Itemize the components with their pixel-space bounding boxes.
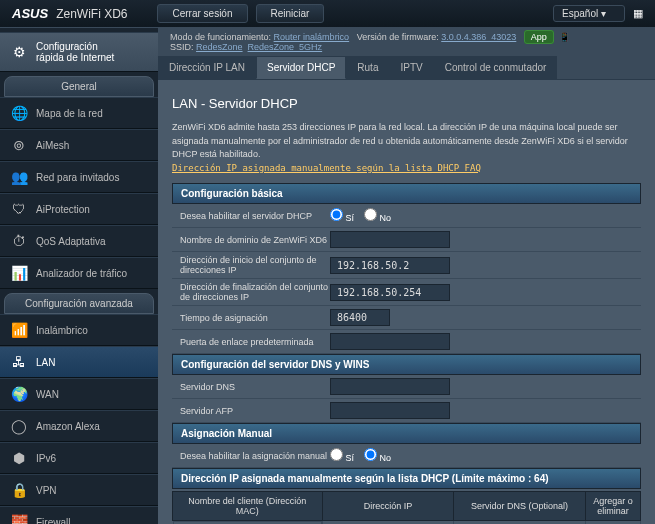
section-manual: Asignación Manual: [172, 423, 641, 444]
speedometer-icon: ⏱: [10, 232, 28, 250]
sidebar-item-aimesh[interactable]: ⊚AiMesh: [0, 129, 158, 161]
label-dns: Servidor DNS: [180, 382, 330, 392]
label-enable-dhcp: Desea habilitar el servidor DHCP: [180, 211, 330, 221]
panel-desc: ZenWiFi XD6 admite hasta 253 direcciones…: [172, 121, 641, 175]
sidebar-item-qos[interactable]: ⏱QoS Adaptativa: [0, 225, 158, 257]
ssid1-link[interactable]: RedesZone: [196, 42, 243, 52]
input-pool-end[interactable]: [330, 284, 450, 301]
input-gateway[interactable]: [330, 333, 450, 350]
mobile-icon: 📱: [556, 32, 570, 42]
ssid2-link[interactable]: RedesZone_5GHz: [248, 42, 323, 52]
chart-icon: 📊: [10, 264, 28, 282]
section-dns: Configuración del servidor DNS y WINS: [172, 354, 641, 375]
label-gateway: Puerta de enlace predeterminada: [180, 337, 330, 347]
faq-link[interactable]: Dirección IP asignada manualmente según …: [172, 163, 481, 173]
sidebar-item-traffic[interactable]: 📊Analizador de tráfico: [0, 257, 158, 289]
firewall-icon: 🧱: [10, 513, 28, 524]
th-dns: Servidor DNS (Optional): [454, 492, 586, 521]
sidebar-item-firewall[interactable]: 🧱Firewall: [0, 506, 158, 524]
shield-icon: 🛡: [10, 200, 28, 218]
alexa-icon: ◯: [10, 417, 28, 435]
wifi-icon: 📶: [10, 321, 28, 339]
model-name: ZenWiFi XD6: [56, 7, 127, 21]
tab-route[interactable]: Ruta: [346, 56, 389, 79]
ssid-label: SSID:: [170, 42, 194, 52]
label-lease: Tiempo de asignación: [180, 313, 330, 323]
radio-dhcp-yes[interactable]: Sí: [330, 208, 354, 223]
radio-dhcp-no[interactable]: No: [364, 208, 391, 223]
flag-icon: ▦: [633, 7, 643, 20]
label-afp: Servidor AFP: [180, 406, 330, 416]
sidebar-item-wan[interactable]: 🌍WAN: [0, 378, 158, 410]
section-basic: Configuración básica: [172, 183, 641, 204]
tab-switch[interactable]: Control de conmutador: [434, 56, 558, 79]
vpn-icon: 🔒: [10, 481, 28, 499]
input-dns[interactable]: [330, 378, 450, 395]
input-afp[interactable]: [330, 402, 450, 419]
manual-table: Nombre del cliente (Dirección MAC) Direc…: [172, 491, 641, 524]
sidebar-item-lan[interactable]: 🖧LAN: [0, 346, 158, 378]
users-icon: 👥: [10, 168, 28, 186]
label-pool-start: Dirección de inicio del conjunto de dire…: [180, 255, 330, 275]
tab-bar: Dirección IP LAN Servidor DHCP Ruta IPTV…: [158, 56, 655, 80]
tab-dhcp[interactable]: Servidor DHCP: [256, 56, 346, 79]
th-mac: Nombre del cliente (Dirección MAC): [173, 492, 323, 521]
sidebar-item-ipv6[interactable]: ⬢IPv6: [0, 442, 158, 474]
tab-iptv[interactable]: IPTV: [389, 56, 433, 79]
wan-icon: 🌍: [10, 385, 28, 403]
sidebar-item-alexa[interactable]: ◯Amazon Alexa: [0, 410, 158, 442]
sidebar: ⚙ Configuraciónrápida de Internet Genera…: [0, 0, 158, 524]
mode-label: Modo de funcionamiento:: [170, 32, 271, 42]
panel-title: LAN - Servidor DHCP: [172, 90, 641, 117]
sidebar-item-aiprotection[interactable]: 🛡AiProtection: [0, 193, 158, 225]
th-ip: Dirección IP: [322, 492, 454, 521]
sidebar-item-guest[interactable]: 👥Red para invitados: [0, 161, 158, 193]
label-enable-manual: Desea habilitar la asignación manual: [180, 451, 330, 461]
reboot-button[interactable]: Reiniciar: [256, 4, 325, 23]
input-pool-start[interactable]: [330, 257, 450, 274]
gear-icon: ⚙: [10, 43, 28, 61]
logout-button[interactable]: Cerrar sesión: [157, 4, 247, 23]
firmware-link[interactable]: 3.0.0.4.386_43023: [441, 32, 516, 42]
brand-logo: ASUS: [12, 6, 48, 21]
sidebar-item-vpn[interactable]: 🔒VPN: [0, 474, 158, 506]
input-lease[interactable]: [330, 309, 390, 326]
sidebar-quick-setup[interactable]: ⚙ Configuraciónrápida de Internet: [0, 32, 158, 72]
sidebar-item-network-map[interactable]: 🌐Mapa de la red: [0, 97, 158, 129]
sidebar-section-advanced: Configuración avanzada: [4, 293, 154, 314]
label-pool-end: Dirección de finalización del conjunto d…: [180, 282, 330, 302]
main-content: Modo de funcionamiento: Router inalámbri…: [158, 0, 655, 524]
section-list: Dirección IP asignada manualmente según …: [172, 468, 641, 489]
language-select[interactable]: Español ▾: [553, 5, 625, 22]
globe-icon: 🌐: [10, 104, 28, 122]
fw-label: Versión de firmware:: [357, 32, 439, 42]
sidebar-item-wireless[interactable]: 📶Inalámbrico: [0, 314, 158, 346]
app-badge[interactable]: App: [524, 30, 554, 44]
th-action: Agregar o eliminar: [586, 492, 641, 521]
ipv6-icon: ⬢: [10, 449, 28, 467]
lan-icon: 🖧: [10, 353, 28, 371]
tab-lan-ip[interactable]: Dirección IP LAN: [158, 56, 256, 79]
radio-manual-yes[interactable]: Sí: [330, 448, 354, 463]
label-domain: Nombre de dominio de ZenWiFi XD6: [180, 235, 330, 245]
input-domain[interactable]: [330, 231, 450, 248]
sidebar-section-general: General: [4, 76, 154, 97]
mesh-icon: ⊚: [10, 136, 28, 154]
mode-link[interactable]: Router inalámbrico: [274, 32, 350, 42]
radio-manual-no[interactable]: No: [364, 448, 391, 463]
